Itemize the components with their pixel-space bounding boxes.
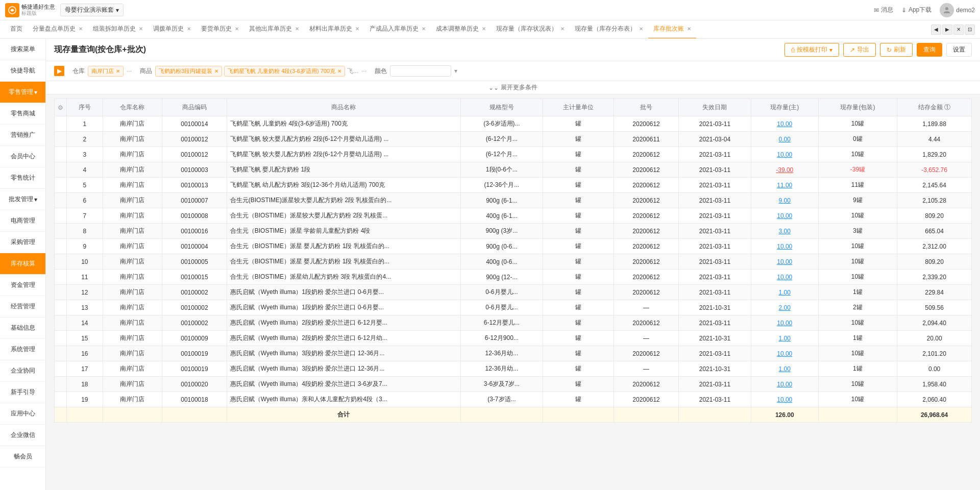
product-filter-tags: 飞鹤奶粉3段丙罐提装 ✕ 飞鹤星飞帆 儿童奶粉 4段(3-6岁适用) 700克 … — [155, 66, 358, 77]
sidebar-item-wholesale-mgmt[interactable]: 批发管理 ▾ — [0, 189, 45, 210]
sidebar-item-retail-stats[interactable]: 零售统计 — [0, 167, 45, 189]
tab-xian-cun-fen-close-icon[interactable]: ✕ — [639, 26, 643, 32]
cell-name-7: 合生元（BIOSTIME）派星 学龄前儿童配方奶粉 4段 — [227, 224, 460, 239]
cell-name-18: 惠氏启赋（Wyeth illuma）亲和人体儿童配方奶粉4段（3... — [227, 392, 460, 407]
tab-chan-cheng-pin-label: 产成品入库单历史 — [370, 24, 419, 33]
tab-xian-cun-kuang[interactable]: 现存量（库存状况表） ✕ — [491, 20, 570, 39]
cell-unit-16: 罐 — [543, 361, 614, 377]
warehouse-tag-nanang-remove-icon[interactable]: ✕ — [116, 68, 120, 74]
cell-settings-12 — [55, 300, 67, 315]
tab-chan-cheng-pin-close-icon[interactable]: ✕ — [422, 26, 426, 32]
cell-balance-7: 665.04 — [897, 224, 972, 239]
table-settings-icon[interactable]: ⚙ — [58, 104, 63, 111]
cell-seq-3: 4 — [67, 162, 103, 178]
sidebar-item-guide[interactable]: 新手引导 — [0, 382, 45, 403]
query-button[interactable]: 查询 — [917, 43, 942, 57]
sidebar-item-app-center[interactable]: 应用中心 — [0, 403, 45, 425]
tab-chan-cheng-pin[interactable]: 产成品入库单历史 ✕ — [364, 20, 431, 39]
product-tag-1[interactable]: 飞鹤奶粉3段丙罐提装 ✕ — [155, 66, 222, 77]
sidebar-item-system[interactable]: 系统管理 — [0, 339, 45, 360]
color-filter-input[interactable] — [390, 65, 451, 77]
sidebar-item-member2[interactable]: 畅会员 — [0, 446, 45, 468]
cell-unit-13: 罐 — [543, 315, 614, 331]
product-tag-1-remove-icon[interactable]: ✕ — [214, 68, 218, 74]
enterprise-selector[interactable]: 母婴行业演示账套 ▾ — [60, 4, 124, 16]
settings-label: 设置 — [953, 45, 965, 54]
sidebar-search[interactable]: 搜索菜单 — [0, 39, 45, 60]
product-tag-2[interactable]: 飞鹤星飞帆 儿童奶粉 4段(3-6岁适用) 700克 ✕ — [224, 66, 345, 77]
nav-maximize[interactable]: ⊡ — [965, 24, 975, 35]
tab-cai-liao[interactable]: 材料出库单历史 ✕ — [304, 20, 364, 39]
sidebar-item-operations[interactable]: 经营管理 — [0, 296, 45, 317]
tab-cheng-ben-close-icon[interactable]: ✕ — [482, 26, 486, 32]
nav-next-arrow[interactable]: ▶ — [942, 24, 952, 35]
col-settings-header[interactable]: ⚙ — [55, 99, 67, 116]
cell-name-15: 惠氏启赋（Wyeth illuma）3段奶粉 爱尔兰进口 12-36月... — [227, 346, 460, 361]
cell-unit-17: 罐 — [543, 377, 614, 392]
data-table: ⚙ 序号 仓库名称 商品编码 商品名称 规格型号 主计量单位 批号 失效日期 现… — [54, 99, 972, 423]
cell-seq-12: 13 — [67, 300, 103, 315]
refresh-button[interactable]: ↻ 刷新 — [880, 43, 913, 57]
product-more-label: 飞... — [347, 67, 358, 76]
tab-zu-zhuang-close-icon[interactable]: ✕ — [139, 26, 143, 32]
tab-home[interactable]: 首页 — [5, 20, 28, 39]
color-dropdown-icon[interactable]: ▾ — [454, 67, 457, 75]
sidebar-item-inventory[interactable]: 库存核算 — [0, 253, 45, 275]
sidebar-item-ecommerce[interactable]: 电商管理 — [0, 210, 45, 232]
sidebar-item-collab[interactable]: 企业协同 — [0, 360, 45, 382]
cell-code-18: 00100018 — [162, 392, 227, 407]
sidebar-quick-nav-label: 快捷导航 — [11, 67, 35, 74]
tab-diao-bo[interactable]: 调拨单历史 ✕ — [148, 20, 196, 39]
tab-xian-cun-kuang-close-icon[interactable]: ✕ — [560, 26, 565, 32]
template-print-button[interactable]: ⎙ 按模板打印 ▾ — [785, 43, 839, 57]
message-button[interactable]: ✉ 消息 — [874, 6, 893, 14]
cell-stock-main-1: 0.00 — [751, 132, 818, 147]
cell-name-16: 惠氏启赋（Wyeth illuma）3段奶粉 爱尔兰进口 12-36月... — [227, 361, 460, 377]
tab-diao-bo-close-icon[interactable]: ✕ — [187, 26, 191, 32]
sidebar-item-basic-info[interactable]: 基础信息 — [0, 317, 45, 339]
tab-ku-cun-pi-ci-close-icon[interactable]: ✕ — [687, 26, 691, 32]
tab-yao-huo-close-icon[interactable]: ✕ — [235, 26, 239, 32]
sidebar-item-marketing[interactable]: 营销推广 — [0, 125, 45, 146]
tab-fen-liang[interactable]: 分量盘点单历史 ✕ — [28, 20, 88, 39]
app-download-button[interactable]: ⇓ App下载 — [901, 6, 932, 14]
tab-fen-liang-close-icon[interactable]: ✕ — [79, 26, 83, 32]
cell-name-3: 飞鹤星飞帆 婴儿配方奶粉 1段 — [227, 162, 460, 178]
expand-more-button[interactable]: ⌄⌄ 展开更多条件 — [488, 83, 537, 92]
filter-expand-button[interactable]: ▶ — [54, 66, 64, 76]
table-row: 3 南岸门店 00100012 飞鹤星飞帆 较大婴儿配方奶粉 2段(6-12个月… — [55, 147, 972, 162]
settings-button[interactable]: 设置 — [946, 43, 972, 57]
cell-seq-7: 8 — [67, 224, 103, 239]
sidebar-item-weixin[interactable]: 企业微信 — [0, 425, 45, 446]
tab-cai-liao-close-icon[interactable]: ✕ — [355, 26, 359, 32]
tab-zu-zhuang[interactable]: 组装拆卸单历史 ✕ — [88, 20, 148, 39]
sidebar-item-finance[interactable]: 资金管理 — [0, 275, 45, 296]
cell-stock-main-3: -39.00 — [751, 162, 818, 178]
table-row: 14 南岸门店 00100002 惠氏启赋（Wyeth illuma）2段奶粉 … — [55, 315, 972, 331]
tab-yao-huo[interactable]: 要货单历史 ✕ — [196, 20, 244, 39]
tab-ku-cun-pi-ci[interactable]: 库存批次账 ✕ — [648, 20, 696, 39]
sidebar-item-member[interactable]: 会员中心 — [0, 146, 45, 167]
sidebar-item-retail-mgmt[interactable]: 零售管理 ▾ — [0, 82, 45, 103]
sidebar-item-retail-mall[interactable]: 零售商城 — [0, 103, 45, 125]
cell-stock-main-5: 9.00 — [751, 193, 818, 208]
export-button[interactable]: ↗ 导出 — [843, 43, 876, 57]
nav-prev-arrow[interactable]: ◀ — [931, 24, 941, 35]
table-footer-row: 合计 126.00 26,968.64 — [55, 407, 972, 423]
warehouse-tag-nanang[interactable]: 南岸门店 ✕ — [88, 66, 124, 77]
product-tag-2-remove-icon[interactable]: ✕ — [337, 68, 341, 74]
sidebar-item-purchase[interactable]: 采购管理 — [0, 232, 45, 253]
user-profile[interactable]: demo2 — [940, 3, 975, 17]
tab-cheng-ben[interactable]: 成本调整单历史 ✕ — [431, 20, 491, 39]
tab-xian-cun-fen[interactable]: 现存量（库存分布表） ✕ — [570, 20, 648, 39]
tab-qi-ta-chu-ku[interactable]: 其他出库单历史 ✕ — [244, 20, 304, 39]
sidebar-quick-nav[interactable]: 快捷导航 — [0, 60, 45, 82]
table-row: 18 南岸门店 00100020 惠氏启赋（Wyeth illuma）4段奶粉 … — [55, 377, 972, 392]
cell-name-1: 飞鹤星飞帆 较大婴儿配方奶粉 2段(6-12个月婴幼儿适用) ... — [227, 132, 460, 147]
tab-qi-ta-chu-ku-close-icon[interactable]: ✕ — [295, 26, 299, 32]
col-batch-header: 批号 — [614, 99, 679, 116]
tab-qi-ta-chu-ku-label: 其他出库单历史 — [249, 24, 292, 33]
nav-close-all[interactable]: ✕ — [953, 24, 964, 35]
cell-name-0: 飞鹤星飞帆 儿童奶粉 4段(3-6岁适用) 700克 — [227, 116, 460, 132]
cell-warehouse-1: 南岸门店 — [103, 132, 162, 147]
